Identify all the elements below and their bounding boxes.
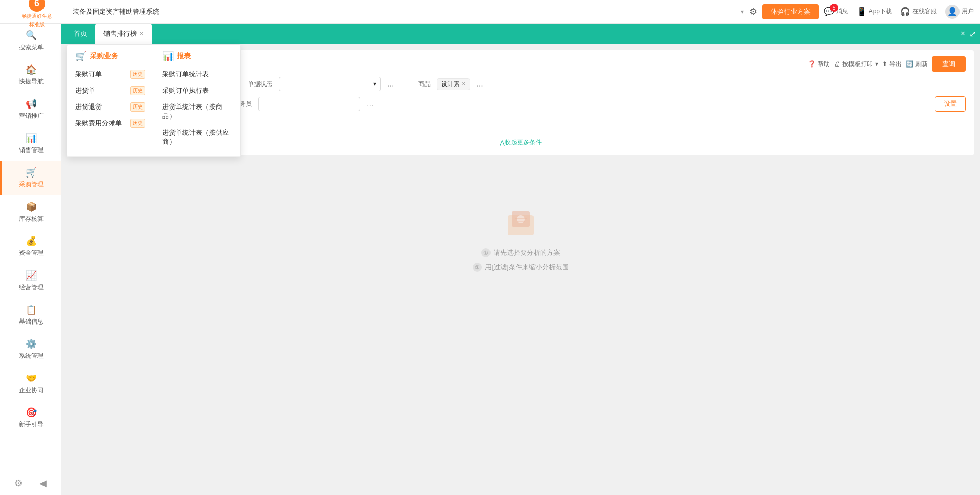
doc-status-dots[interactable]: ... <box>387 79 394 89</box>
print-dropdown-icon[interactable]: ▾ <box>875 60 878 68</box>
sales-icon: 📊 <box>26 133 37 144</box>
report-col-title: 📊 报表 <box>162 51 232 62</box>
message-badge: 5 <box>830 4 838 12</box>
goods-dots[interactable]: ... <box>476 79 483 89</box>
sidebar-item-stock[interactable]: 📦 库存核算 <box>0 195 61 229</box>
sidebar-label-cooperation: 企业协同 <box>19 386 44 395</box>
sidebar-label-system: 系统管理 <box>19 352 44 360</box>
online-service-label: 在线客服 <box>912 7 937 16</box>
toolbar-right: ❓ 帮助 🖨 按模板打印 ▾ ⬆ 导出 🔄 <box>808 56 966 72</box>
basic-icon: 📋 <box>26 304 37 315</box>
stock-icon: 📦 <box>26 201 37 212</box>
return-goods-label: 进货退货 <box>75 102 102 112</box>
purchase-order-item[interactable]: 采购订单 历史 <box>75 66 145 82</box>
sidebar-item-guide[interactable]: 🎯 新手引导 <box>0 401 61 435</box>
help-action[interactable]: ❓ 帮助 <box>808 60 830 69</box>
sidebar-item-finance[interactable]: 💰 资金管理 <box>0 229 61 264</box>
purchase-order-stats-item[interactable]: 采购订单统计表 <box>162 66 232 82</box>
tab-sales-rank[interactable]: 销售排行榜 × <box>95 24 152 44</box>
refresh-icon: 🔄 <box>906 60 913 68</box>
company-name: 畅捷通好生意 <box>22 13 52 20</box>
industry-btn[interactable]: 体验行业方案 <box>762 4 819 19</box>
receive-stats-by-supplier-item[interactable]: 进货单统计表（按供应商） <box>162 124 232 150</box>
sidebar-item-basic[interactable]: 📋 基础信息 <box>0 298 61 332</box>
query-button[interactable]: 查询 <box>932 56 966 72</box>
avatar: 👤 <box>945 5 960 19</box>
sidebar-item-system[interactable]: ⚙️ 系统管理 <box>0 332 61 367</box>
purchase-col-title: 🛒 采购业务 <box>75 51 145 62</box>
sidebar-item-marketing[interactable]: 📢 营销推广 <box>0 92 61 126</box>
app-download-icon: 📱 <box>857 7 867 16</box>
message-btn[interactable]: 💬 5 消息 <box>824 7 848 16</box>
user-label: 用户 <box>962 7 974 16</box>
search-icon: 🔍 <box>26 30 37 41</box>
goods-tag: 设计素 × <box>437 78 470 90</box>
salesperson-dots[interactable]: ... <box>367 99 373 109</box>
receive-stats-by-goods-label: 进货单统计表（按商品） <box>162 102 232 121</box>
sidebar: 🔍 搜索菜单 🏠 快捷导航 📢 营销推广 📊 销售管理 🛒 采购管理 📦 库存核… <box>0 24 61 495</box>
receive-goods-item[interactable]: 进货单 历史 <box>75 82 145 99</box>
sidebar-label-stock: 库存核算 <box>19 214 44 223</box>
operation-icon: 📈 <box>26 270 37 281</box>
app-download-btn[interactable]: 📱 App下载 <box>857 7 892 16</box>
sidebar-item-operation[interactable]: 📈 经营管理 <box>0 264 61 298</box>
purchase-order-exec-item[interactable]: 采购订单执行表 <box>162 82 232 99</box>
salesperson-select[interactable] <box>258 97 360 111</box>
doc-status-select[interactable]: ▾ <box>279 77 381 91</box>
sidebar-label-search: 搜索菜单 <box>19 43 44 52</box>
svg-rect-3 <box>515 218 527 219</box>
sidebar-item-cooperation[interactable]: 🤝 企业协同 <box>0 367 61 401</box>
sidebar-label-operation: 经营管理 <box>19 283 44 292</box>
purchase-expense-label: 采购费用分摊单 <box>75 119 122 128</box>
report-col-label: 报表 <box>177 52 191 61</box>
collapse-label: 收起更多条件 <box>505 138 542 147</box>
doc-status-arrow: ▾ <box>373 80 376 88</box>
purchase-expense-history: 历史 <box>130 119 145 128</box>
dropdown-menu: 🛒 采购业务 采购订单 历史 进货单 历史 进货退货 历史 采购费用分摊单 <box>67 44 241 157</box>
empty-state: ① 请先选择要分析的方案 ② 用[过滤]条件来缩小分析范围 <box>68 161 974 313</box>
sidebar-item-quicknav[interactable]: 🏠 快捷导航 <box>0 58 61 92</box>
print-icon: 🖨 <box>834 60 840 68</box>
purchase-col-label: 采购业务 <box>90 52 118 61</box>
step2-text: 用[过滤]条件来缩小分析范围 <box>485 263 568 272</box>
sys-dropdown-arrow[interactable]: ▾ <box>741 8 744 15</box>
return-goods-item[interactable]: 进货退货 历史 <box>75 99 145 115</box>
settings-icon[interactable]: ⚙ <box>749 6 757 17</box>
tab-close-window-icon[interactable]: × <box>961 29 965 38</box>
refresh-action[interactable]: 🔄 刷新 <box>906 60 928 69</box>
print-action[interactable]: 🖨 按模板打印 ▾ <box>834 60 878 69</box>
tab-maximize-icon[interactable]: ⤢ <box>969 29 976 39</box>
receive-stats-by-goods-item[interactable]: 进货单统计表（按商品） <box>162 99 232 124</box>
sidebar-label-basic: 基础信息 <box>19 317 44 326</box>
empty-illustration <box>500 202 541 243</box>
sidebar-item-sales[interactable]: 📊 销售管理 <box>0 126 61 161</box>
top-bar: 6 畅捷通好生意 标准版 装备及固定资产辅助管理系统 ▾ ⚙ 体验行业方案 💬 … <box>0 0 980 24</box>
sidebar-item-search[interactable]: 🔍 搜索菜单 <box>0 24 61 58</box>
logo-area: 6 畅捷通好生意 标准版 <box>6 0 68 28</box>
receive-goods-history: 历史 <box>130 86 145 95</box>
report-col: 📊 报表 采购订单统计表 采购订单执行表 进货单统计表（按商品） 进货单统计表（… <box>154 45 241 156</box>
sidebar-bottom: ⚙ ◀ <box>0 471 61 495</box>
purchase-order-exec-label: 采购订单执行表 <box>162 86 209 95</box>
tab-close-icon[interactable]: × <box>140 30 143 37</box>
sidebar-settings-icon[interactable]: ⚙ <box>14 478 23 489</box>
purchase-order-stats-label: 采购订单统计表 <box>162 70 209 79</box>
purchase-icon: 🛒 <box>26 167 37 178</box>
empty-step-1: ① 请先选择要分析的方案 <box>481 248 560 257</box>
step1-text: 请先选择要分析的方案 <box>494 248 560 257</box>
app-download-label: App下载 <box>869 7 892 16</box>
purchase-expense-item[interactable]: 采购费用分摊单 历史 <box>75 115 145 132</box>
goods-tag-close[interactable]: × <box>462 80 465 88</box>
sidebar-collapse-icon[interactable]: ◀ <box>39 478 47 489</box>
print-label: 按模板打印 <box>842 60 873 69</box>
tab-home[interactable]: 首页 <box>66 24 95 44</box>
purchase-order-history: 历史 <box>130 70 145 79</box>
online-service-btn[interactable]: 🎧 在线客服 <box>900 7 937 16</box>
dropdown-header: 🛒 采购业务 采购订单 历史 进货单 历史 进货退货 历史 采购费用分摊单 <box>67 45 240 157</box>
export-action[interactable]: ⬆ 导出 <box>882 60 902 69</box>
user-btn[interactable]: 👤 用户 <box>945 5 974 19</box>
return-goods-history: 历史 <box>130 102 145 112</box>
empty-step-2: ② 用[过滤]条件来缩小分析范围 <box>473 263 568 272</box>
setting-button[interactable]: 设置 <box>935 96 966 112</box>
sidebar-item-purchase[interactable]: 🛒 采购管理 <box>0 161 61 195</box>
